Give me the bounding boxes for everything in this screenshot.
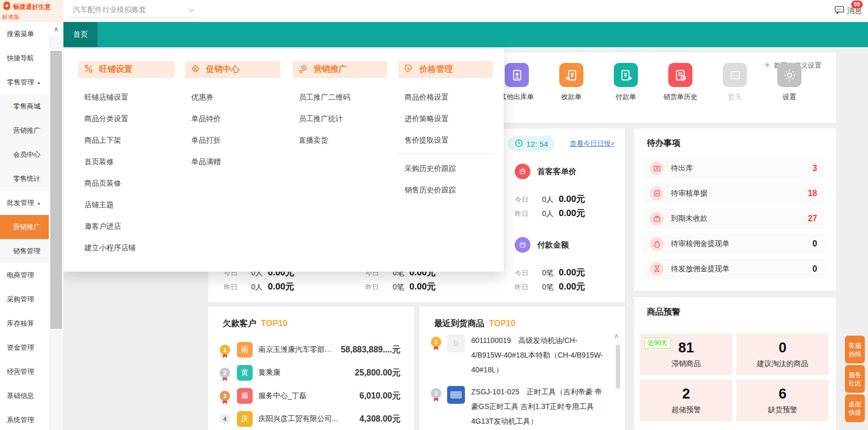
mega-menu-item[interactable]: 采购历史价跟踪 <box>398 158 493 179</box>
mega-menu-item[interactable]: 商品上下架 <box>78 130 175 151</box>
sidebar-item-label: 电商管理 <box>7 271 34 280</box>
mega-menu-item[interactable]: 商品价格设置 <box>398 87 493 108</box>
todo-label: 待出库 <box>671 164 693 173</box>
rank-medal-icon: 1 <box>220 345 230 355</box>
warning-cell[interactable]: 0建议淘汰的商品 <box>736 334 829 375</box>
stat-amount-value: 0.00元 <box>559 193 585 205</box>
sales-history-icon <box>668 63 692 87</box>
rank-medal-icon: 2 <box>431 388 441 399</box>
todo-row[interactable]: 待发放佣金提现单0 <box>643 259 824 279</box>
sidebar-item[interactable]: 零售统计 <box>0 167 49 191</box>
side-quick-button[interactable]: 客服热线 <box>845 336 865 363</box>
toolbar-item[interactable]: 收款单 <box>544 63 599 102</box>
sidebar-item[interactable]: 搜索菜单 <box>0 22 49 46</box>
mega-menu-items: 旺铺店铺设置商品分类设置商品上下架首页装修商品页装修店铺主题邀客户进店建立小程序… <box>78 87 175 259</box>
todo-row[interactable]: 待审核佣金提现单0 <box>643 233 824 254</box>
warning-cell[interactable]: 6缺货预警 <box>736 380 829 421</box>
sidebar-item-label: 营销推广 <box>13 126 40 135</box>
debt-customer-row[interactable]: 3服服务中心_丁磊6,010.00元 <box>220 384 400 407</box>
rank-medal-icon: 4 <box>220 414 230 424</box>
messages-button[interactable]: 消息 99 <box>834 5 862 16</box>
todo-row[interactable]: 到期未收款27 <box>643 208 824 229</box>
sidebar-item[interactable]: 系统管理 <box>0 408 49 430</box>
toolbar-item-label: 其他出库单 <box>500 92 534 102</box>
mega-menu-item[interactable]: 店铺主题 <box>78 194 175 216</box>
warning-cell[interactable]: 2超储预警 <box>640 380 732 421</box>
sidebar-item[interactable]: 营销推广 <box>0 119 49 143</box>
mega-menu-header[interactable]: 促促销中心 <box>185 61 280 78</box>
mega-menu-header[interactable]: 营销推广 <box>292 61 387 78</box>
side-quick-buttons: 客服热线服务社区桌面快捷 <box>845 336 865 424</box>
sidebar-item[interactable]: 营销推广 <box>0 215 49 239</box>
account-selector[interactable]: 汽车配件行业模拟账套 <box>69 2 199 18</box>
debt-customer-row[interactable]: 2黄黄乘康25,800.00元 <box>220 361 400 384</box>
side-quick-button[interactable]: 服务社区 <box>845 365 865 393</box>
sidebar-item[interactable]: 快捷导航 <box>0 46 49 70</box>
toolbar-item[interactable]: 设置 <box>762 63 817 102</box>
daily-report-link[interactable]: 查看今日日报> <box>570 139 615 148</box>
sidebar-item[interactable]: 基础信息 <box>0 384 49 408</box>
scroll-up-icon[interactable]: ∧ <box>612 332 621 340</box>
arrivals-top10-label: TOP10 <box>489 319 515 328</box>
commission-audit-icon <box>650 237 664 251</box>
scroll-up-icon[interactable]: ∧ <box>49 23 63 36</box>
stat-amount-value: 0.00元 <box>559 281 585 293</box>
toolbar-item[interactable]: 付款单 <box>599 63 653 102</box>
sidebar-item[interactable]: 电商管理 <box>0 263 49 287</box>
sidebar-item[interactable]: 批发管理▲ <box>0 191 49 215</box>
mega-menu-item[interactable]: 优惠券 <box>185 87 280 108</box>
sidebar-item[interactable]: 经营管理 <box>0 360 49 384</box>
side-quick-button[interactable]: 桌面快捷 <box>845 394 865 422</box>
todo-row[interactable]: 待出库3 <box>643 158 824 178</box>
sidebar-item[interactable]: 零售商城 <box>0 94 49 119</box>
stat-count-value: 0笔 <box>535 283 559 292</box>
mega-menu-header[interactable]: ¥价格管理 <box>398 61 493 78</box>
arrival-row[interactable]: 2ZSGJ-101-025 正时工具（吉利帝豪 帝豪GS正时工具 吉利1.3T正… <box>431 384 606 428</box>
logo-block: 畅捷通好生意 标准版 <box>0 0 63 22</box>
mega-menu-item[interactable]: 单品打折 <box>185 130 280 151</box>
sidebar-item[interactable]: 资金管理 <box>0 336 49 360</box>
sidebar-item[interactable]: 会员中心 <box>0 143 49 167</box>
messages-badge: 99 <box>851 1 863 8</box>
mega-menu-item[interactable]: 单品满赠 <box>185 151 280 173</box>
app-root: 畅捷通好生意 标准版 汽车配件行业模拟账套 消息 99 搜索菜单快捷导航零售管理… <box>0 0 868 430</box>
debt-customer-row[interactable]: 1南南京玉潍康汽车零部件...58,883,889....元 <box>220 338 400 361</box>
mega-menu-item[interactable]: 商品页装修 <box>78 173 175 194</box>
sidebar-item[interactable]: 采购管理 <box>0 287 49 311</box>
mega-menu-item[interactable]: 售价提取设置 <box>398 130 493 151</box>
stat-period-label: 今日 <box>515 268 535 278</box>
scrollbar-thumb[interactable] <box>616 345 620 389</box>
settings-icon <box>777 63 801 87</box>
sidebar-item-label: 资金管理 <box>7 343 34 352</box>
toolbar-item[interactable]: icon暂无 <box>708 63 762 102</box>
mega-menu-item[interactable]: 员工推广二维码 <box>292 87 387 108</box>
mega-menu-item[interactable]: 建立小程序店铺 <box>78 237 175 259</box>
sidebar-item[interactable]: 库存核算 <box>0 311 49 336</box>
mega-menu-column: 促促销中心优惠券单品特价单品打折单品满赠 <box>185 61 280 173</box>
arrival-row[interactable]: 1b8011100019 高级发动机油/CH-4/B915W-40#18L本特勒… <box>431 333 606 377</box>
mega-menu-item[interactable]: 员工推广统计 <box>292 108 387 130</box>
debt-amount: 6,010.00元 <box>360 391 400 402</box>
toolbar-item[interactable]: 销货单历史 <box>653 63 708 102</box>
tab-home[interactable]: 首页 <box>63 22 97 47</box>
debt-top10-label: TOP10 <box>261 319 287 328</box>
mega-menu-item[interactable]: 直播卖货 <box>292 130 387 151</box>
mega-menu-item[interactable]: 商品分类设置 <box>78 108 175 130</box>
mega-menu-item[interactable]: 旺铺店铺设置 <box>78 87 175 108</box>
sidebar-item[interactable]: 销售管理 <box>0 239 49 263</box>
scrollbar-thumb[interactable] <box>50 51 62 329</box>
clock-time: 12: 54 <box>526 139 548 148</box>
clock-icon <box>515 139 523 149</box>
sidebar-item[interactable]: 零售管理▲ <box>0 70 49 94</box>
mega-menu-item[interactable]: 进价策略设置 <box>398 108 493 130</box>
mega-menu-item[interactable]: 首页装修 <box>78 151 175 173</box>
mega-menu-item[interactable]: 邀客户进店 <box>78 216 175 237</box>
mega-menu-item[interactable]: 销售历史价跟踪 <box>398 179 493 201</box>
todo-row[interactable]: 待审核单据18 <box>643 183 824 203</box>
warning-cell[interactable]: 近90天81滞销商品 <box>640 334 732 375</box>
mega-menu-header[interactable]: 旺铺设置 <box>78 61 175 78</box>
mega-menu-item[interactable]: 单品特价 <box>185 108 280 130</box>
sidebar-item-label: 零售统计 <box>13 174 40 184</box>
product-description: 8011100019 高级发动机油/CH-4/B915W-40#18L本特勒（C… <box>471 333 606 377</box>
debt-customer-row[interactable]: 4庆庆阳兴彦工贸有限公司...4,308.00元 <box>220 407 400 430</box>
